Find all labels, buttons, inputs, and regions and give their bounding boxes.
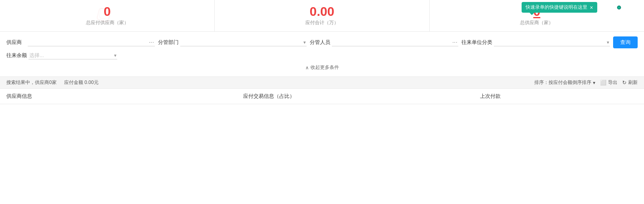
supplier-label: 供应商 <box>6 39 26 46</box>
export-button[interactable]: ⬜ 导出 <box>600 79 617 86</box>
table-header: 供应商信息 应付交易信息（占比） 上次付款 <box>0 89 644 104</box>
supplier-dots-icon[interactable]: ··· <box>149 39 154 46</box>
filter-row-1: 供应商 ··· 分管部门 ▾ 分管人员 ··· <box>6 36 638 48</box>
filter-row-2: 往来余额 ▾ 选择... <box>6 51 638 59</box>
manager-input[interactable] <box>332 38 458 46</box>
stat-payable-total: 米 0.00 应付合计（万） <box>215 0 429 31</box>
refresh-label: 刷新 <box>628 79 638 86</box>
export-label: 导出 <box>608 79 617 86</box>
balance-label: 往来余额 <box>6 52 27 59</box>
tooltip-bubble[interactable]: 快速录单的快捷键说明在这里 × <box>522 2 597 13</box>
stats-bar: 0 总应付供应商（家） 米 0.00 应付合计（万） 快速录单的快捷键说明在这里… <box>0 0 644 32</box>
col-payment-header: 上次付款 <box>480 93 638 100</box>
col-transaction-header: 应付交易信息（占比） <box>243 93 480 100</box>
diamond-icon <box>95 5 115 26</box>
refresh-button[interactable]: ↻ 刷新 <box>622 79 638 86</box>
manager-field: 分管人员 ··· <box>310 38 458 46</box>
department-label: 分管部门 <box>158 39 179 46</box>
tooltip-close[interactable]: × <box>590 5 593 10</box>
balance-select-wrap: ▾ 选择... <box>29 51 117 59</box>
unit-class-chevron-icon: ▾ <box>607 40 609 45</box>
balance-select[interactable] <box>29 51 117 59</box>
result-actions: 排序：按应付会额倒序排序 ▾ ⬜ 导出 ↻ 刷新 <box>534 79 638 86</box>
unit-class-select[interactable] <box>494 38 610 46</box>
collapse-button[interactable]: ∧ 收起更多条件 <box>305 64 339 71</box>
collapse-label: 收起更多条件 <box>311 64 339 71</box>
collapse-icon: ∧ <box>305 65 309 71</box>
col-supplier-header: 供应商信息 <box>6 93 243 100</box>
total-suppliers-label: 总供应商（家） <box>520 19 553 26</box>
department-select-wrap: ▾ <box>180 38 307 46</box>
unit-class-select-wrap: ▾ <box>494 38 610 46</box>
stat-total-suppliers: 快速录单的快捷键说明在这里 × 0 总供应商（家） <box>430 0 644 31</box>
balance-field: 往来余额 ▾ 选择... <box>6 51 117 59</box>
department-select[interactable] <box>180 38 307 46</box>
svg-text:米: 米 <box>318 11 323 16</box>
result-bar: 搜索结果中，供应商0家 应付金额 0.00元 排序：按应付会额倒序排序 ▾ ⬜ … <box>0 77 644 89</box>
manager-dots-icon[interactable]: ··· <box>452 39 457 46</box>
supplier-input[interactable] <box>28 38 155 46</box>
balance-chevron-icon: ▾ <box>114 53 116 58</box>
filter-area: 供应商 ··· 分管部门 ▾ 分管人员 ··· <box>0 32 644 77</box>
coin-icon: 米 <box>310 5 330 26</box>
unit-class-field: 往来单位分类 ▾ <box>461 38 610 46</box>
supplier-field: 供应商 ··· <box>6 38 155 46</box>
department-field: 分管部门 ▾ <box>158 38 307 46</box>
refresh-icon: ↻ <box>622 80 627 86</box>
manager-label: 分管人员 <box>310 39 330 46</box>
table-body <box>0 104 644 204</box>
department-chevron-icon: ▾ <box>303 40 306 45</box>
search-info: 搜索结果中，供应商0家 <box>6 80 57 85</box>
unit-class-label: 往来单位分类 <box>461 39 492 46</box>
collapse-bar: ∧ 收起更多条件 <box>6 63 638 74</box>
export-icon: ⬜ <box>600 80 606 86</box>
query-button[interactable]: 查询 <box>613 36 638 48</box>
supplier-input-wrap: ··· <box>28 38 155 46</box>
manager-input-wrap: ··· <box>332 38 458 46</box>
tooltip-text: 快速录单的快捷键说明在这里 <box>526 4 587 11</box>
sort-chevron-icon: ▾ <box>593 80 595 86</box>
result-info: 搜索结果中，供应商0家 应付金额 0.00元 <box>6 79 99 86</box>
sort-select[interactable]: 排序：按应付会额倒序排序 ▾ <box>534 79 595 86</box>
sort-label: 排序：按应付会额倒序排序 <box>534 79 591 86</box>
tooltip-dot <box>617 6 621 10</box>
svg-rect-0 <box>97 8 111 22</box>
amount-info: 应付金额 0.00元 <box>64 80 99 85</box>
stat-total-payable: 0 总应付供应商（家） <box>0 0 215 31</box>
